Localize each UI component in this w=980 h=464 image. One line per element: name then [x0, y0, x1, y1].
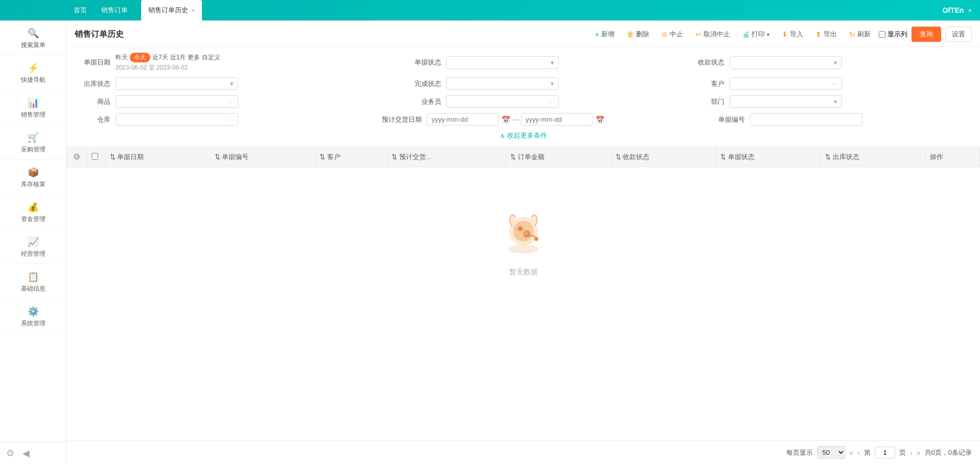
order-status-dropdown-icon: ▾ [551, 59, 554, 67]
import-btn[interactable]: ⬇ 导入 [778, 28, 807, 41]
delete-btn[interactable]: 🗑 删除 [623, 28, 653, 41]
delivery-end-input[interactable] [521, 113, 592, 126]
salesman-dots[interactable]: ··· [549, 98, 554, 105]
date-yesterday[interactable]: 昨天 [116, 53, 128, 62]
outbound-dropdown-icon: ▾ [230, 80, 234, 87]
page-header: 销售订单历史 + 新增 🗑 删除 ⊘ 中止 ↩ 取消中止 [66, 20, 980, 47]
filter-status-col: 单据状态 ▾ [405, 56, 689, 69]
tab-home[interactable]: 首页 [66, 0, 94, 20]
sidebar-item-search[interactable]: 🔍 搜索菜单 [0, 20, 66, 55]
collapse-btn[interactable]: ∧ 收起更多条件 [500, 131, 547, 140]
col-order-status-label: 单据状态 [728, 153, 755, 161]
tab-sales-order[interactable]: 销售订单 × [94, 0, 141, 20]
filter-dept-col: 部门 ▾ [689, 95, 972, 108]
system-icon: ⚙️ [28, 306, 39, 317]
complete-status-select[interactable]: ▾ [446, 77, 559, 90]
export-btn[interactable]: ⬆ 导出 [811, 28, 841, 41]
prev-page-btn[interactable]: ‹ [857, 449, 860, 457]
warehouse-label: 仓库 [75, 115, 116, 124]
table-header-row: ⚙ ⇅ 单据日期 ⇅ 单据编号 [66, 147, 980, 167]
order-no-input[interactable] [755, 116, 858, 123]
total-info: 共0页，0条记录 [925, 448, 972, 457]
col-amount-label: 订单金额 [518, 153, 544, 161]
sidebar-item-purchase-label: 采购管理 [21, 145, 45, 154]
page-number-input[interactable] [875, 447, 895, 458]
cancel-stop-btn[interactable]: ↩ 取消中止 [691, 28, 734, 41]
col-no-label: 单据编号 [222, 153, 248, 161]
delete-icon: 🗑 [627, 30, 634, 38]
filter-outbound-col: 出库状态 ▾ [75, 77, 405, 90]
delivery-start-input[interactable] [427, 113, 498, 126]
app-name: OfTEn [942, 6, 964, 14]
dept-dropdown-icon: ▾ [834, 98, 837, 105]
svg-point-5 [523, 231, 528, 236]
content-area: 销售订单历史 + 新增 🗑 删除 ⊘ 中止 ↩ 取消中止 [66, 20, 980, 464]
customer-input[interactable] [734, 80, 830, 87]
search-icon: 🔍 [28, 28, 39, 39]
last-page-btn[interactable]: » [917, 449, 921, 457]
svg-point-0 [508, 245, 539, 253]
col-out-status-label: 出库状态 [833, 153, 859, 161]
dept-select[interactable]: ▾ [730, 95, 842, 108]
data-table: ⚙ ⇅ 单据日期 ⇅ 单据编号 [66, 147, 980, 167]
filter-customer-col: 客户 ··· [689, 77, 972, 90]
sidebar-item-system[interactable]: ⚙️ 系统管理 [0, 299, 66, 334]
date-more[interactable]: 更多 [188, 53, 200, 62]
goods-input[interactable] [120, 98, 226, 105]
date-1month[interactable]: 近1月 [170, 53, 186, 62]
table-settings-icon[interactable]: ⚙ [73, 152, 80, 161]
filter-collect-col: 收款状态 ▾ [689, 56, 972, 69]
date-today[interactable]: 今天 [130, 53, 150, 62]
calendar-end-icon[interactable]: 📅 [596, 116, 604, 124]
display-cols-checkbox[interactable] [879, 31, 885, 38]
warehouse-input[interactable] [120, 116, 226, 123]
display-cols-check[interactable]: 显示列 [879, 30, 907, 39]
sidebar-item-purchase[interactable]: 🛒 采购管理 [0, 125, 66, 160]
date-7days[interactable]: 近7天 [152, 53, 168, 62]
filter-row-2: 出库状态 ▾ 完成状态 ▾ 客户 [75, 77, 972, 90]
sidebar-item-sales[interactable]: 📊 销售管理 [0, 90, 66, 125]
warehouse-dots[interactable]: ··· [228, 116, 234, 123]
tab-sales-order-history[interactable]: 销售订单历史 × [141, 0, 201, 20]
outbound-label: 出库状态 [75, 79, 116, 89]
window-close-btn[interactable]: × [968, 7, 972, 14]
print-btn[interactable]: 🖨 打印 ▾ [738, 28, 773, 41]
setting-btn[interactable]: 设置 [945, 27, 972, 42]
collect-status-select[interactable]: ▾ [730, 56, 842, 69]
select-all-checkbox[interactable] [92, 153, 98, 160]
inventory-icon: 📦 [28, 167, 39, 178]
refresh-icon: ↻ [849, 30, 855, 38]
refresh-btn[interactable]: ↻ 刷新 [845, 28, 875, 41]
sidebar-item-finance-label: 资金管理 [21, 215, 45, 224]
goods-dots[interactable]: ··· [228, 98, 234, 105]
sidebar-item-operation[interactable]: 📈 经营管理 [0, 229, 66, 264]
first-page-btn[interactable]: « [850, 449, 854, 457]
empty-illustration [498, 208, 549, 259]
new-btn[interactable]: + 新增 [591, 28, 619, 41]
sidebar-item-inventory[interactable]: 📦 库存核算 [0, 160, 66, 194]
close-sales-order-tab[interactable]: × [131, 7, 134, 13]
date-custom[interactable]: 自定义 [202, 53, 220, 62]
sidebar-bottom: ⚙ ◀ [0, 442, 66, 464]
sidebar-item-basic-info[interactable]: 📋 基础信息 [0, 264, 66, 299]
sidebar-item-quick-nav[interactable]: ⚡ 快捷导航 [0, 55, 66, 90]
sidebar-item-sales-label: 销售管理 [21, 111, 45, 119]
calendar-start-icon[interactable]: 📅 [502, 116, 510, 124]
sidebar-collapse-icon[interactable]: ◀ [22, 448, 30, 459]
customer-dots[interactable]: ··· [832, 80, 837, 87]
delivery-date-range: 📅 — 📅 [427, 113, 604, 126]
query-btn[interactable]: 查询 [911, 27, 941, 42]
page-size-select[interactable]: 10 20 50 100 [817, 446, 846, 459]
salesman-input-wrap: ··· [446, 95, 559, 108]
next-page-btn[interactable]: › [910, 449, 913, 457]
sidebar-item-finance[interactable]: 💰 资金管理 [0, 194, 66, 229]
import-btn-label: 导入 [790, 30, 803, 39]
salesman-input[interactable] [451, 98, 546, 105]
outbound-status-select[interactable]: ▾ [116, 77, 238, 90]
sidebar-item-operation-label: 经营管理 [21, 250, 45, 258]
sidebar-settings-icon[interactable]: ⚙ [6, 448, 14, 459]
close-history-tab[interactable]: × [191, 7, 194, 13]
next-page-label: 页 [899, 448, 906, 457]
stop-btn[interactable]: ⊘ 中止 [657, 28, 687, 41]
order-status-select[interactable]: ▾ [446, 56, 559, 69]
